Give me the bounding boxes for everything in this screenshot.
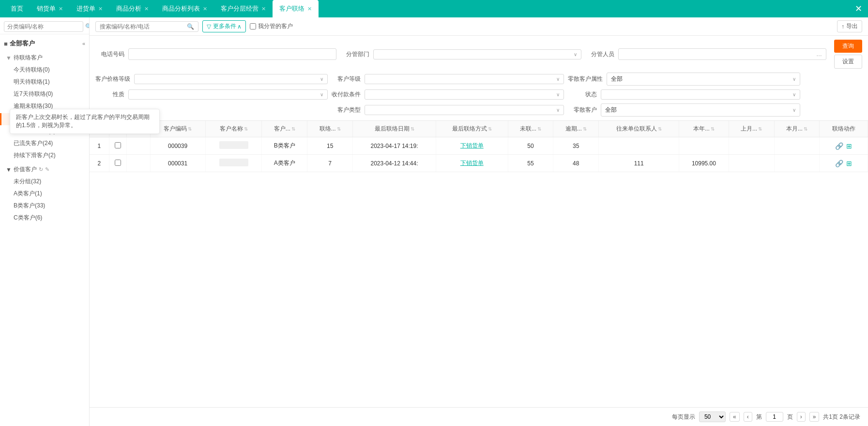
last-month-sort-icon[interactable]: ⇅ [758,126,762,132]
all-customers-title[interactable]: ■ 全部客户 « [0,36,89,51]
lost-customers-item[interactable]: 已流失客户(24) [0,137,89,149]
customer-search-input[interactable] [100,23,187,30]
nav-sales[interactable]: 销货单 ✕ [30,0,70,17]
first-page-button[interactable]: « [730,412,740,422]
settings-button[interactable]: 设置 [834,55,862,69]
nav-customer-contact[interactable]: 客户联络 ✕ [273,0,319,17]
this-year-sort-icon[interactable]: ⇅ [711,126,715,132]
nature-label: 性质 [95,90,124,99]
c-class-item[interactable]: C类客户(6) [0,212,89,224]
top-navigation: 首页 销货单 ✕ 进货单 ✕ 商品分析 ✕ 商品分析列表 ✕ 客户分层经营 ✕ … [0,0,868,17]
th-name: 客户名称 ⇅ [205,121,262,137]
th-contact: 联络... ⇅ [307,121,353,137]
row2-grid-icon[interactable]: ⊞ [846,160,852,167]
per-page-select[interactable]: 50 100 [699,411,726,422]
row2-last-date: 2023-04-12 14:44: [353,155,436,172]
name-sort-icon[interactable]: ⇅ [244,126,248,132]
code-sort-icon[interactable]: ⇅ [188,126,192,132]
person-select[interactable]: … [618,48,826,60]
scattered-attr-select[interactable]: 全部 ∨ [607,73,800,86]
category-sort-icon[interactable]: ⇅ [291,126,295,132]
row1-actions: 🔗 ⊞ [820,137,868,155]
row1-grid-icon[interactable]: ⊞ [846,142,852,150]
close-purchase-icon[interactable]: ✕ [98,6,103,12]
close-all-tabs-button[interactable]: ✕ [855,3,862,14]
department-chevron-icon: ∨ [574,52,577,57]
expand-all-icon: ■ [4,40,8,47]
phone-label: 电话号码 [95,50,124,59]
sidebar-search-input[interactable] [4,21,83,32]
sidebar-search-area: 🔍 [0,17,89,34]
department-select[interactable]: ∨ [373,49,581,59]
total-label: 共1页 2条记录 [823,413,860,421]
this-month-sort-icon[interactable]: ⇅ [804,126,807,132]
contact-sort-icon[interactable]: ⇅ [337,126,341,132]
last-way-sort-icon[interactable]: ⇅ [488,126,492,132]
row2-last-way-link[interactable]: 下销货单 [460,160,484,166]
row1-checkbox[interactable] [115,142,121,148]
filter-bar: 🔍 ▽ 更多条件 ∧ 我分管的客户 ↑ 导出 [90,17,868,36]
more-conditions-button[interactable]: ▽ 更多条件 ∧ [202,20,246,32]
nav-customer-segments[interactable]: 客户分层经营 ✕ [214,0,273,17]
pending-contact-title[interactable]: ▼ 待联络客户 [0,52,89,64]
last-page-button[interactable]: » [809,412,820,422]
row1-last-way-link[interactable]: 下销货单 [460,142,484,149]
past-units-sort-icon[interactable]: ⇅ [658,126,662,132]
nav-home[interactable]: 首页 [4,0,30,17]
close-customer-segments-icon[interactable]: ✕ [261,6,266,12]
my-customer-checkbox-label[interactable]: 我分管的客户 [250,22,293,30]
edit-value-icon[interactable]: ✎ [45,166,49,173]
row2-past-units: 111 [599,155,679,172]
close-customer-contact-icon[interactable]: ✕ [307,6,312,12]
collapse-sidebar-icon[interactable]: « [82,41,85,46]
query-button[interactable]: 查询 [834,40,862,53]
row1-setting [126,137,150,155]
row2-link-icon[interactable]: 🔗 [835,160,843,167]
b-class-item[interactable]: B类客户(33) [0,200,89,212]
page-input[interactable] [766,412,783,422]
close-product-analysis-icon[interactable]: ✕ [144,6,149,12]
nature-select[interactable]: ∨ [128,89,328,100]
overdue-sort-icon[interactable]: ⇅ [583,126,587,132]
row1-name [205,137,262,155]
week-pending-item[interactable]: 近7天待联络(0) [0,88,89,100]
search-input-wrapper: 🔍 [95,21,198,32]
filter-cell-person: 分管人员 … [585,48,826,60]
prev-page-button[interactable]: ‹ [744,412,752,422]
export-button[interactable]: ↑ 导出 [837,20,862,32]
value-customer-title[interactable]: ▼ 价值客户 ↻ ✎ [0,163,89,176]
row1-link-icon[interactable]: 🔗 [835,142,843,150]
sidebar-search-icon[interactable]: 🔍 [85,23,90,30]
customer-type-select[interactable]: ∨ [365,105,564,115]
customer-level-chevron-icon: ∨ [556,76,560,82]
nav-product-analysis-list[interactable]: 商品分析列表 ✕ [155,0,214,17]
uncontacted-sort-icon[interactable]: ⇅ [537,126,541,132]
price-level-select[interactable]: ∨ [134,74,328,84]
row1-this-year [679,137,729,155]
row2-checkbox[interactable] [115,160,121,166]
continuous-decline-item[interactable]: 持续下滑客户(2) [0,149,89,162]
phone-input[interactable] [128,48,336,60]
customer-level-select[interactable]: ∨ [365,74,564,84]
status-chevron-icon: ∨ [792,92,796,97]
today-pending-item[interactable]: 今天待联络(0) [0,64,89,76]
scattered-select[interactable]: 全部 ∨ [601,103,800,117]
nav-purchase[interactable]: 进货单 ✕ [70,0,109,17]
close-sales-icon[interactable]: ✕ [59,6,63,12]
unclassified-item[interactable]: 未分组(32) [0,176,89,188]
tomorrow-pending-item[interactable]: 明天待联络(1) [0,76,89,88]
next-page-button[interactable]: › [797,412,806,422]
filter-cell-phone: 电话号码 [95,48,336,60]
nav-product-analysis[interactable]: 商品分析 ✕ [109,0,155,17]
status-select[interactable]: ∨ [601,89,800,100]
th-last-month: 上月... ⇅ [729,121,774,137]
my-customer-checkbox[interactable] [250,23,256,29]
payment-select[interactable]: ∨ [365,89,564,100]
row2-last-way: 下销货单 [436,155,508,172]
value-customer-section: ▼ 价值客户 ↻ ✎ 未分组(32) A类客户(1) B类客户(33) C类客户… [0,162,89,226]
close-product-list-icon[interactable]: ✕ [203,6,207,12]
th-uncontacted: 未联... ⇅ [508,121,553,137]
last-date-sort-icon[interactable]: ⇅ [411,126,414,132]
content-area: 🔍 ▽ 更多条件 ∧ 我分管的客户 ↑ 导出 电话号码 [90,17,868,426]
a-class-item[interactable]: A类客户(1) [0,188,89,200]
